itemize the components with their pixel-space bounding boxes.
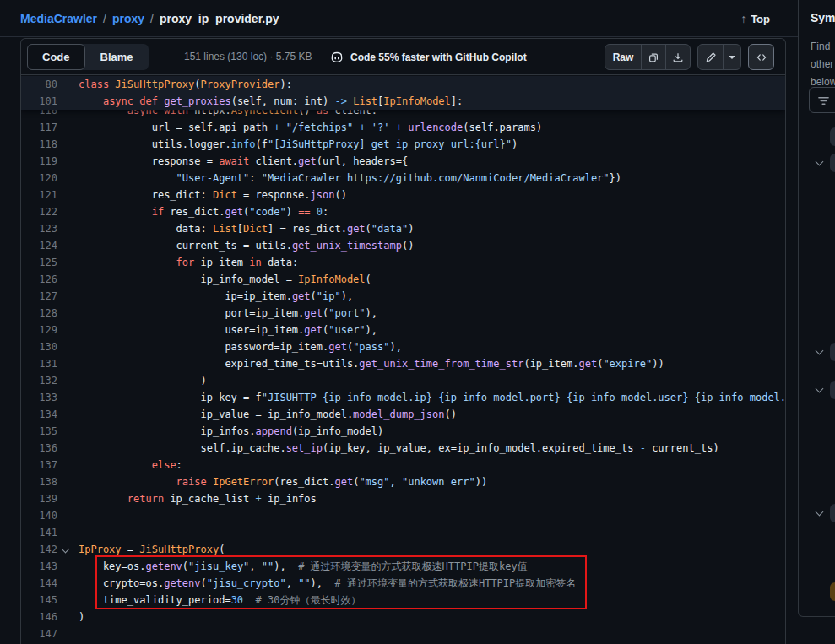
code-text: time_validity_period=30 # 30分钟（最长时效） [79, 592, 361, 609]
line-number[interactable]: 145 [21, 592, 57, 609]
code-line: 127 ip=ip_item.get("ip"), [21, 288, 785, 305]
line-number[interactable]: 123 [21, 220, 57, 237]
line-number[interactable]: 124 [21, 237, 57, 254]
edit-file-button[interactable] [698, 45, 723, 69]
code-text: ip_key = f"JISUHTTP_{ip_info_model.ip}_{… [79, 389, 785, 406]
code-line: 143 key=os.getenv("jisu_key", ""), # 通过环… [21, 558, 785, 575]
line-number[interactable]: 134 [21, 406, 57, 423]
file-meta-info: 151 lines (130 loc) · 5.75 KB [184, 39, 312, 75]
download-raw-button[interactable] [665, 45, 690, 69]
line-number[interactable]: 144 [21, 575, 57, 592]
line-number[interactable]: 141 [21, 524, 57, 541]
code-line: 141 [21, 524, 785, 541]
symbols-panel-description: Find other below [811, 38, 835, 91]
symbol-item-pill[interactable] [830, 582, 835, 601]
line-number[interactable]: 117 [21, 119, 57, 136]
breadcrumb: MediaCrawler/proxy/proxy_ip_provider.py [20, 0, 279, 37]
code-text: crypto=os.getenv("jisu_crypto", ""), # 通… [79, 575, 576, 592]
chevron-down-icon[interactable] [816, 158, 824, 166]
code-text: ip_infos.append(ip_info_model) [79, 423, 383, 440]
code-text: self.ip_cache.set_ip(ip_key, ip_value, e… [79, 440, 719, 457]
code-line: 124 current_ts = utils.get_unix_timestam… [21, 237, 785, 254]
line-number[interactable]: 128 [21, 305, 57, 322]
line-number[interactable]: 119 [21, 153, 57, 170]
line-number[interactable]: 125 [21, 254, 57, 271]
line-number[interactable]: 140 [21, 507, 57, 524]
symbols-desc-line: Find [811, 38, 835, 56]
code-text: password=ip_item.get("pass"), [79, 338, 402, 355]
code-line: 128 port=ip_item.get("port"), [21, 305, 785, 322]
line-number[interactable]: 142 [21, 541, 57, 558]
symbol-item-pill[interactable] [830, 381, 835, 399]
chevron-down-icon[interactable] [816, 508, 824, 517]
line-number[interactable]: 126 [21, 271, 57, 288]
tab-blame[interactable]: Blame [85, 44, 149, 70]
line-number[interactable]: 101 [21, 93, 57, 110]
code-text: raise IpGetError(res_dict.get("msg", "un… [79, 474, 487, 490]
code-text: key=os.getenv("jisu_key", ""), # 通过环境变量的… [79, 558, 528, 575]
line-number[interactable]: 127 [21, 288, 57, 305]
symbols-panel: Sym Find other below [798, 0, 835, 617]
code-blame-tabs: Code Blame [27, 44, 149, 70]
copy-icon [648, 51, 659, 63]
symbol-item-pill[interactable] [830, 343, 835, 361]
filter-symbols-input[interactable] [809, 87, 835, 113]
line-number[interactable]: 132 [21, 372, 57, 389]
code-line: 118 utils.logger.info(f"[JiSuHttpProxy] … [21, 136, 785, 153]
line-number[interactable]: 147 [21, 625, 57, 642]
line-number[interactable]: 120 [21, 170, 57, 187]
line-number[interactable]: 136 [21, 440, 57, 457]
line-number[interactable]: 135 [21, 423, 57, 440]
copilot-banner[interactable]: Code 55% faster with GitHub Copilot [330, 39, 527, 75]
line-number[interactable]: 80 [21, 76, 57, 93]
code-line: 140 [21, 507, 785, 524]
code-line: 129 user=ip_item.get("user"), [21, 322, 785, 338]
code-line: 132 ) [21, 372, 785, 389]
symbol-item-pill[interactable] [830, 127, 835, 146]
line-number[interactable]: 138 [21, 474, 57, 490]
code-line: 134 ip_value = ip_info_model.model_dump_… [21, 406, 785, 423]
line-number[interactable]: 131 [21, 355, 57, 372]
symbols-panel-heading: Sym [811, 11, 835, 24]
code-text: return ip_cache_list + ip_infos [79, 490, 317, 507]
symbols-panel-icon [756, 51, 767, 63]
copilot-icon [330, 51, 344, 64]
code-line: 121 res_dict: Dict = response.json() [21, 187, 785, 203]
chevron-down-icon[interactable] [816, 385, 824, 393]
breadcrumb-separator: / [97, 12, 112, 25]
line-number[interactable]: 137 [21, 457, 57, 474]
line-number[interactable]: 133 [21, 389, 57, 406]
line-number[interactable]: 129 [21, 322, 57, 338]
line-number[interactable]: 146 [21, 609, 57, 625]
raw-button[interactable]: Raw [605, 45, 641, 69]
breadcrumb-repo-link[interactable]: MediaCrawler [20, 12, 97, 25]
code-line: 136 self.ip_cache.set_ip(ip_key, ip_valu… [21, 440, 785, 457]
pencil-icon [705, 51, 717, 63]
symbol-item-pill[interactable] [830, 504, 835, 522]
line-number[interactable]: 139 [21, 490, 57, 507]
download-icon [672, 51, 684, 63]
line-number[interactable]: 143 [21, 558, 57, 575]
edit-dropdown-button[interactable] [723, 45, 740, 69]
back-to-top-link[interactable]: ↑Top [740, 0, 770, 37]
code-line: 122 if res_dict.get("code") == 0: [21, 203, 785, 220]
symbol-item-pill[interactable] [830, 154, 835, 172]
symbols-panel-toggle-button[interactable] [748, 44, 774, 70]
tab-code[interactable]: Code [27, 44, 85, 70]
code-text: IpProxy = JiSuHttpProxy( [79, 541, 225, 558]
breadcrumb-folder-link[interactable]: proxy [112, 12, 144, 25]
line-number[interactable]: 118 [21, 136, 57, 153]
code-text: response = await client.get(url, headers… [79, 153, 408, 170]
code-text: ) [79, 609, 84, 625]
collapse-chevron-icon[interactable] [62, 545, 70, 554]
copy-raw-content-button[interactable] [641, 45, 665, 69]
code-line: 147 [21, 625, 785, 642]
code-text: async def get_proxies(self, num: int) ->… [79, 93, 463, 110]
line-number[interactable]: 121 [21, 187, 57, 203]
chevron-down-icon[interactable] [816, 347, 824, 355]
line-number[interactable]: 130 [21, 338, 57, 355]
code-text: ) [79, 372, 207, 389]
code-line: 145 time_validity_period=30 # 30分钟（最长时效） [21, 592, 785, 609]
code-text: if res_dict.get("code") == 0: [79, 203, 328, 220]
line-number[interactable]: 122 [21, 203, 57, 220]
